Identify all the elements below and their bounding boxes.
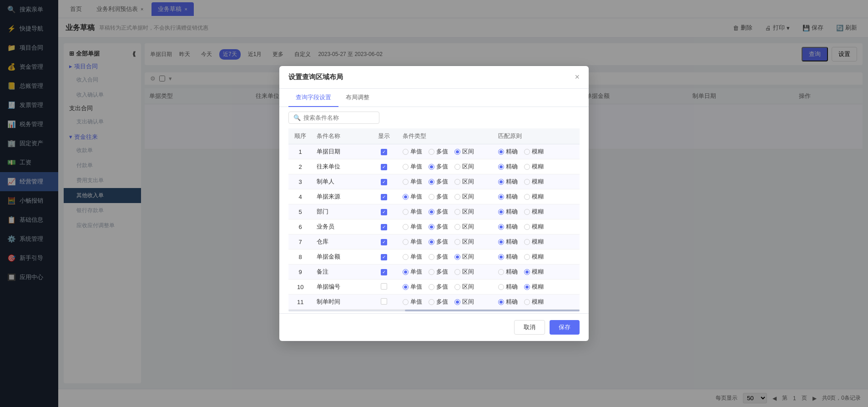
radio-match-模糊[interactable]: 模糊 [524, 238, 544, 246]
radio-type-单值[interactable]: 单值 [403, 238, 422, 246]
radio-match-精确[interactable]: 精确 [498, 223, 518, 231]
th-show: 显示 [369, 128, 398, 144]
radio-label: 单值 [410, 178, 422, 186]
radio-dot [403, 179, 409, 185]
radio-type-单值[interactable]: 单值 [403, 253, 422, 261]
radio-type-多值[interactable]: 多值 [429, 238, 448, 246]
radio-type-单值[interactable]: 单值 [403, 268, 422, 276]
radio-dot [403, 194, 409, 200]
modal-tab-field-label: 查询字段设置 [296, 94, 331, 101]
radio-match-精确[interactable]: 精确 [498, 268, 518, 276]
radio-type-多值[interactable]: 多值 [429, 268, 448, 276]
radio-label: 单值 [410, 163, 422, 171]
radio-type-多值[interactable]: 多值 [429, 298, 448, 306]
modal-close-button[interactable]: × [575, 72, 580, 82]
radio-label: 区间 [462, 208, 474, 216]
radio-type-区间[interactable]: 区间 [454, 253, 474, 261]
radio-type-区间[interactable]: 区间 [454, 148, 474, 156]
radio-type-多值[interactable]: 多值 [429, 148, 448, 156]
radio-match-精确[interactable]: 精确 [498, 148, 518, 156]
radio-match-模糊[interactable]: 模糊 [524, 268, 544, 276]
radio-type-单值[interactable]: 单值 [403, 208, 422, 216]
modal-tab-layout[interactable]: 布局调整 [338, 89, 377, 107]
radio-type-区间[interactable]: 区间 [454, 298, 474, 306]
radio-type-单值[interactable]: 单值 [403, 163, 422, 171]
modal-tab-field[interactable]: 查询字段设置 [288, 89, 338, 107]
radio-match-模糊[interactable]: 模糊 [524, 298, 544, 306]
radio-type-区间[interactable]: 区间 [454, 283, 474, 291]
radio-type-区间[interactable]: 区间 [454, 163, 474, 171]
radio-label: 区间 [462, 253, 474, 261]
cancel-button[interactable]: 取消 [514, 320, 545, 335]
radio-type-单值[interactable]: 单值 [403, 223, 422, 231]
radio-match-模糊[interactable]: 模糊 [524, 223, 544, 231]
show-checkbox[interactable] [381, 179, 387, 185]
radio-type-多值[interactable]: 多值 [429, 163, 448, 171]
table-row: 1单据日期单值多值区间精确模糊 [288, 144, 580, 159]
cell-order: 4 [288, 189, 312, 204]
radio-type-区间[interactable]: 区间 [454, 223, 474, 231]
cell-type: 单值多值区间 [398, 219, 494, 234]
radio-match-精确[interactable]: 精确 [498, 238, 518, 246]
radio-type-单值[interactable]: 单值 [403, 148, 422, 156]
radio-match-精确[interactable]: 精确 [498, 298, 518, 306]
radio-label: 多值 [436, 163, 448, 171]
show-checkbox[interactable] [381, 194, 387, 200]
radio-match-精确[interactable]: 精确 [498, 283, 518, 291]
radio-type-区间[interactable]: 区间 [454, 193, 474, 201]
radio-label: 精确 [506, 283, 518, 291]
radio-type-多值[interactable]: 多值 [429, 193, 448, 201]
cell-name: 备注 [312, 265, 369, 280]
radio-match-精确[interactable]: 精确 [498, 208, 518, 216]
show-checkbox[interactable] [381, 269, 387, 275]
show-checkbox[interactable] [381, 149, 387, 155]
radio-label: 单值 [410, 283, 422, 291]
radio-match-模糊[interactable]: 模糊 [524, 253, 544, 261]
radio-type-多值[interactable]: 多值 [429, 283, 448, 291]
radio-match-模糊[interactable]: 模糊 [524, 208, 544, 216]
radio-dot [429, 179, 434, 185]
show-checkbox[interactable] [381, 283, 387, 290]
show-checkbox[interactable] [381, 164, 387, 170]
radio-match-模糊[interactable]: 模糊 [524, 193, 544, 201]
radio-type-单值[interactable]: 单值 [403, 283, 422, 291]
show-checkbox[interactable] [381, 209, 387, 215]
radio-match-模糊[interactable]: 模糊 [524, 163, 544, 171]
radio-label: 多值 [436, 148, 448, 156]
search-input[interactable] [303, 114, 380, 121]
radio-match-模糊[interactable]: 模糊 [524, 148, 544, 156]
radio-match-精确[interactable]: 精确 [498, 193, 518, 201]
show-checkbox[interactable] [381, 254, 387, 260]
modal-tabs: 查询字段设置 布局调整 [279, 89, 589, 107]
radio-type-单值[interactable]: 单值 [403, 193, 422, 201]
radio-label: 精确 [506, 163, 518, 171]
radio-type-区间[interactable]: 区间 [454, 208, 474, 216]
radio-type-区间[interactable]: 区间 [454, 238, 474, 246]
radio-type-多值[interactable]: 多值 [429, 178, 448, 186]
radio-type-区间[interactable]: 区间 [454, 178, 474, 186]
radio-type-多值[interactable]: 多值 [429, 253, 448, 261]
radio-label: 区间 [462, 223, 474, 231]
radio-type-单值[interactable]: 单值 [403, 178, 422, 186]
radio-match-精确[interactable]: 精确 [498, 163, 518, 171]
radio-match-模糊[interactable]: 模糊 [524, 283, 544, 291]
cell-show [369, 280, 398, 295]
radio-type-多值[interactable]: 多值 [429, 223, 448, 231]
radio-match-精确[interactable]: 精确 [498, 178, 518, 186]
scrollbar-thumb[interactable] [405, 310, 580, 311]
radio-label: 精确 [506, 268, 518, 276]
radio-label: 区间 [462, 178, 474, 186]
cell-match: 精确模糊 [494, 295, 580, 310]
radio-match-精确[interactable]: 精确 [498, 253, 518, 261]
table-row: 6业务员单值多值区间精确模糊 [288, 219, 580, 234]
modal-save-button[interactable]: 保存 [550, 320, 580, 335]
cell-match: 精确模糊 [494, 280, 580, 295]
radio-match-模糊[interactable]: 模糊 [524, 178, 544, 186]
show-checkbox[interactable] [381, 224, 387, 230]
radio-type-多值[interactable]: 多值 [429, 208, 448, 216]
radio-dot [524, 299, 530, 305]
radio-type-单值[interactable]: 单值 [403, 298, 422, 306]
show-checkbox[interactable] [381, 298, 387, 305]
show-checkbox[interactable] [381, 239, 387, 245]
radio-type-区间[interactable]: 区间 [454, 268, 474, 276]
